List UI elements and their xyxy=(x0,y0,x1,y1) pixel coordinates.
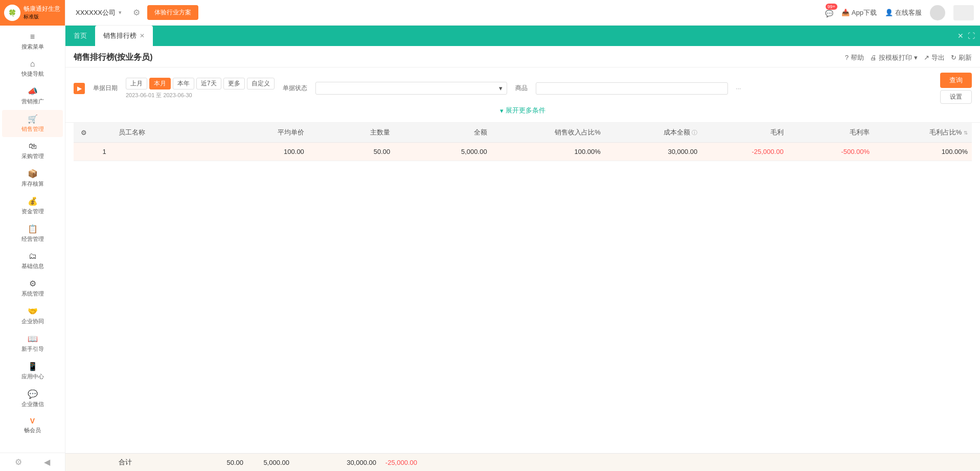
status-filter-label: 单据状态 xyxy=(283,84,307,93)
sidebar-label-sales: 销售管理 xyxy=(21,125,44,133)
collab-icon: 🤝 xyxy=(28,306,38,316)
date-btn-7days[interactable]: 近7天 xyxy=(196,78,221,89)
expand-more-btn[interactable]: ▾ 展开更多条件 xyxy=(74,104,972,117)
sidebar-item-inventory[interactable]: 📦 库存核算 xyxy=(2,165,63,192)
sidebar-item-collab[interactable]: 🤝 企业协同 xyxy=(2,302,63,329)
th-settings[interactable]: ⚙ xyxy=(74,123,94,143)
refresh-btn[interactable]: ↻ 刷新 xyxy=(951,53,972,62)
filter-collapse-btn[interactable]: ▶ xyxy=(74,83,85,94)
user-name-area[interactable] xyxy=(953,5,974,20)
help-btn[interactable]: ? 帮助 xyxy=(845,53,864,62)
th-gross: 毛利 xyxy=(701,123,787,143)
status-select[interactable]: ▾ xyxy=(315,82,507,95)
settings-btn[interactable]: 设置 xyxy=(940,90,972,104)
cost-info-icon[interactable]: ⓘ xyxy=(692,129,697,136)
tab-sales-rank-label: 销售排行榜 xyxy=(103,31,136,40)
page-title: 销售排行榜(按业务员) xyxy=(74,52,153,63)
tab-bar: 首页 销售排行榜 ✕ ✕ ⛶ xyxy=(65,26,980,46)
sidebar-item-basic[interactable]: 🗂 基础信息 xyxy=(2,248,63,274)
tab-maximize-icon[interactable]: ⛶ xyxy=(968,32,975,40)
topbar-gear-btn[interactable]: ⚙ xyxy=(131,6,142,19)
tab-close-icon[interactable]: ✕ xyxy=(140,32,145,39)
inner-page: 销售排行榜(按业务员) ? 帮助 🖨 按模板打印 ▾ ↗ 导出 xyxy=(65,46,980,471)
page-content: 销售排行榜(按业务员) ? 帮助 🖨 按模板打印 ▾ ↗ 导出 xyxy=(65,46,980,471)
sidebar-item-apps[interactable]: 📱 应用中心 xyxy=(2,357,63,385)
goods-filter-label: 商品 xyxy=(515,84,528,93)
system-icon: ⚙ xyxy=(29,279,36,288)
tab-home[interactable]: 首页 xyxy=(65,26,95,46)
sidebar-item-search[interactable]: ≡ 搜索菜单 xyxy=(2,28,63,55)
sidebar-label-search: 搜索菜单 xyxy=(21,43,44,51)
sidebar-item-guide[interactable]: 📖 新手引导 xyxy=(2,330,63,357)
basic-icon: 🗂 xyxy=(29,252,37,261)
tab-sales-rank[interactable]: 销售排行榜 ✕ xyxy=(95,26,153,46)
app-download-btn[interactable]: 📥 App下载 xyxy=(841,8,877,17)
date-btns: 上月 本月 本年 近7天 更多 自定义 xyxy=(126,78,275,89)
sidebar-item-operations[interactable]: 📋 经营管理 xyxy=(2,220,63,247)
date-btn-custom[interactable]: 自定义 xyxy=(247,78,275,89)
query-btn[interactable]: 查询 xyxy=(940,73,972,88)
purchase-icon: 🛍 xyxy=(29,142,37,151)
sidebar: 🍀 畅康通好生意 标准版 ≡ 搜索菜单 ⌂ 快捷导航 📣 营销推广 🛒 销售管理… xyxy=(0,0,65,471)
footer-gross: -25,000.00 xyxy=(380,459,421,466)
sidebar-label-purchase: 采购管理 xyxy=(21,152,44,160)
company-name: XXXXXX公司 xyxy=(76,8,116,17)
download-icon: 📥 xyxy=(841,9,850,16)
td-cost: 30,000.00 xyxy=(605,143,701,161)
sidebar-item-finance[interactable]: 💰 资金管理 xyxy=(2,192,63,219)
guide-icon: 📖 xyxy=(28,334,38,344)
th-amount: 全额 xyxy=(394,123,491,143)
sidebar-label-guide: 新手引导 xyxy=(21,345,44,353)
table-footer: 合计 50.00 5,000.00 30,000.00 -25,000.00 xyxy=(65,453,980,471)
page-header-actions: ? 帮助 🖨 按模板打印 ▾ ↗ 导出 ↻ 刷新 xyxy=(845,53,972,62)
sort-icon[interactable]: ⇅ xyxy=(964,130,968,136)
sidebar-label-marketing: 营销推广 xyxy=(21,98,44,105)
date-btn-year[interactable]: 本年 xyxy=(173,78,194,89)
print-dropdown-icon: ▾ xyxy=(914,54,918,61)
date-btn-more[interactable]: 更多 xyxy=(223,78,245,89)
tab-close-window-icon[interactable]: ✕ xyxy=(958,32,964,40)
sidebar-item-purchase[interactable]: 🛍 采购管理 xyxy=(2,138,63,164)
sidebar-item-marketing[interactable]: 📣 营销推广 xyxy=(2,82,63,109)
sidebar-settings-btn[interactable]: ⚙ xyxy=(15,457,22,467)
inventory-icon: 📦 xyxy=(28,169,38,178)
user-avatar[interactable] xyxy=(930,5,945,20)
template-print-btn[interactable]: 🖨 按模板打印 ▾ xyxy=(870,53,918,62)
export-btn[interactable]: ↗ 导出 xyxy=(924,53,945,62)
sidebar-item-member[interactable]: V 畅会员 xyxy=(2,413,63,438)
td-gross-pct: 100.00% xyxy=(874,143,972,161)
notification-btn[interactable]: 💬 99+ xyxy=(825,7,833,18)
sidebar-collapse-btn[interactable]: ◀ xyxy=(44,457,50,467)
goods-more-icon[interactable]: ··· xyxy=(736,85,741,92)
th-name: 员工名称 xyxy=(115,123,222,143)
sidebar-label-collab: 企业协同 xyxy=(21,318,44,325)
search-menu-icon: ≡ xyxy=(30,32,35,41)
apps-icon: 📱 xyxy=(28,362,38,371)
main-area: XXXXXX公司 ▾ ⚙ 体验行业方案 💬 99+ 📥 App下载 👤 在线客服 xyxy=(65,0,980,471)
sidebar-label-basic: 基础信息 xyxy=(21,262,44,270)
query-btn-area: 查询 设置 xyxy=(940,73,972,104)
chat-icon: 💬 xyxy=(825,10,833,17)
notification-badge: 99+ xyxy=(826,4,837,10)
marketing-icon: 📣 xyxy=(28,86,38,96)
industry-btn[interactable]: 体验行业方案 xyxy=(147,5,198,20)
online-service-btn[interactable]: 👤 在线客服 xyxy=(885,8,922,17)
sidebar-item-shortcut[interactable]: ⌂ 快捷导航 xyxy=(2,55,63,82)
date-btn-prev[interactable]: 上月 xyxy=(126,78,147,89)
sidebar-logo: 🍀 畅康通好生意 标准版 xyxy=(0,0,65,26)
th-cost: 成本全额 ⓘ xyxy=(605,123,701,143)
sidebar-footer: ⚙ ◀ xyxy=(0,453,65,471)
date-btn-curr[interactable]: 本月 xyxy=(149,78,171,89)
td-qty: 50.00 xyxy=(308,143,394,161)
td-gross: -25,000.00 xyxy=(701,143,787,161)
filter-row-1: ▶ 单据日期 上月 本月 本年 近7天 更多 自定义 2023-06-01 至 … xyxy=(74,73,972,104)
goods-input[interactable] xyxy=(536,82,727,95)
sales-icon: 🛒 xyxy=(28,114,38,124)
sidebar-item-wechat[interactable]: 💬 企业微信 xyxy=(2,385,63,412)
export-icon: ↗ xyxy=(924,54,929,61)
sidebar-item-sales[interactable]: 🛒 销售管理 xyxy=(2,110,63,137)
data-table: ⚙ 员工名称 平均单价 主数量 全额 销售收入占比% 成本全额 ⓘ 毛利 毛利率 xyxy=(74,123,972,161)
sidebar-item-system[interactable]: ⚙ 系统管理 xyxy=(2,275,63,302)
company-selector[interactable]: XXXXXX公司 ▾ xyxy=(72,6,126,19)
company-dropdown-icon: ▾ xyxy=(119,9,122,16)
